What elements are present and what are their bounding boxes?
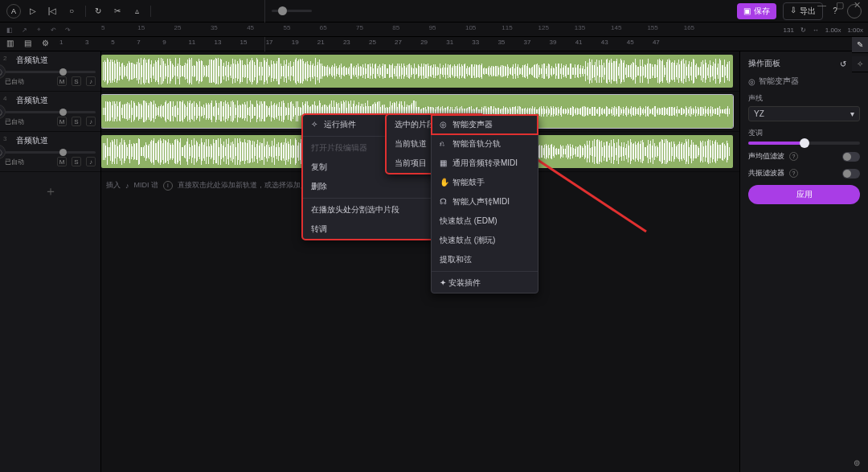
ctx-item-label: 提取和弦 [440,254,472,265]
eq-toggle[interactable] [842,152,860,162]
ruler-tool-a-icon[interactable]: ◧ [5,25,14,35]
track-header-column: ◯ 2 音频轨道 已自动 M S ♪ ◯ 4 音频轨道 已自动 M S ♪ ◯ … [0,51,101,472]
bar-tick-label: 13 [215,39,222,46]
ctx-plugin-extract-chords[interactable]: 提取和弦 [432,250,538,269]
track-solo-button[interactable]: S [72,157,81,166]
timeline-area[interactable]: 插入 ♪ MIDI 谱 i 直接双击此处添加新轨道，或选择添加人声新轨道， 添加… [101,51,739,472]
zoom-level[interactable]: 1.00x [825,27,841,34]
ctx-item-label: 运行插件 [324,120,356,129]
hint-midi-label: MIDI 谱 [134,180,159,191]
metronome-icon[interactable]: ▵ [131,6,142,17]
scale-level[interactable]: 1:00x [847,27,863,34]
track-headphone-icon[interactable]: ♪ [86,117,96,126]
ctx-plugin-quick-drums-edm[interactable]: 快速鼓点 (EDM) [432,211,538,231]
track-volume-slider[interactable] [5,151,96,154]
bar-tick-label: 21 [317,39,325,46]
window-close-icon[interactable]: ✕ [850,0,865,10]
ctx-plugin-vocal-to-midi[interactable]: ☊智能人声转MIDI [432,192,538,211]
ruler-loop-icon[interactable]: ↻ [800,27,806,34]
add-track-button[interactable]: ＋ [0,172,100,472]
loop-icon[interactable]: ↻ [92,6,104,17]
track-volume-slider[interactable] [5,71,96,73]
track-number: 2 [3,55,6,62]
ctx-plugin-audio-to-midi[interactable]: ▦通用音频转录MIDI [432,154,538,173]
track-auto-label: 已自动 [5,77,24,86]
side-tab-fx-icon[interactable]: ✧ [852,56,868,72]
sec-tick-label: 105 [465,24,476,31]
pitch-slider[interactable] [748,142,860,145]
bar-ruler[interactable]: ▥ ▤ ⚙ 1357911131517192123252729313335373… [0,37,868,51]
track-mute-button[interactable]: M [57,76,67,86]
app-logo-icon[interactable]: A [6,4,21,18]
track-name[interactable]: 音频轨道 [16,55,96,66]
ctx-plugin-voice-changer[interactable]: ◎智能变声器 [432,115,538,134]
ruler-undo-icon[interactable]: ↶ [48,25,58,35]
track-header[interactable]: ◯ 2 音频轨道 已自动 M S ♪ [0,51,100,92]
info-icon[interactable]: i [163,181,173,191]
panel-title: 操作面板 [748,58,780,69]
inspector-panel: 操作面板 ↺ ▷ ◎ 智能变声器 声线 YZ ▾ 变调 声均值滤波 ? [739,51,868,472]
sec-tick-label: 65 [320,24,327,31]
ruler-expand-icon[interactable]: ↔ [813,27,819,34]
window-min-icon[interactable]: — [813,0,830,10]
bar-tick-label: 45 [627,39,634,46]
track-header[interactable]: ◯ 3 音频轨道 已自动 M S ♪ [0,132,100,172]
ctx-item-label: 当前轨道 [395,138,427,150]
track-mute-button[interactable]: M [57,157,67,166]
sec-tick-label: 5 [101,24,104,31]
ctx-item-label: 删除 [311,181,327,192]
sec-tick-label: 115 [502,24,512,31]
track-volume-slider[interactable] [5,111,96,113]
bar-tick-label: 25 [369,39,376,46]
ctx-item-label: ✦ 安装插件 [440,277,481,289]
eq-toggle-label: 声均值滤波 [748,151,784,162]
cut-icon[interactable]: ✂ [112,6,123,17]
track-mute-button[interactable]: M [57,117,67,126]
sec-tick-label: 35 [211,24,218,31]
subbar-view-a-icon[interactable]: ▥ [6,39,18,50]
ctx-item-label: 智能人声转MIDI [452,197,510,206]
record-icon[interactable]: ○ [66,6,77,17]
track-solo-button[interactable]: S [72,117,81,126]
ctx-plugin-stem-split[interactable]: ⎌智能音轨分轨 [432,134,538,154]
export-icon: ⇩ [790,6,796,17]
ruler-redo-icon[interactable]: ↷ [63,25,72,35]
track-name[interactable]: 音频轨道 [16,135,96,146]
panel-settings-icon[interactable]: ⊚ [854,458,860,467]
track-solo-button[interactable]: S [72,76,81,86]
window-max-icon[interactable]: ▢ [832,0,848,10]
subbar-gear-icon[interactable]: ⚙ [42,39,53,50]
voice-select[interactable]: YZ ▾ [748,106,860,121]
save-button-label: 保存 [754,6,770,17]
ctx-item-label: 智能音轨分轨 [452,139,501,148]
side-tab-edit-icon[interactable]: ✎ [852,37,868,53]
bar-tick-label: 19 [292,39,299,46]
panel-reset-icon[interactable]: ↺ [840,60,846,68]
formant-toggle[interactable] [842,169,860,179]
ctx-plugin-quick-drums-pop[interactable]: 快速鼓点 (潮玩) [432,231,538,250]
track-headphone-icon[interactable]: ♪ [86,157,96,166]
track-headphone-icon[interactable]: ♪ [86,76,96,86]
help-icon[interactable]: ? [789,152,798,161]
master-volume-slider[interactable] [272,10,312,12]
sec-tick-label: 15 [137,24,145,31]
subbar-view-b-icon[interactable]: ▤ [24,39,35,50]
time-ruler-seconds[interactable]: ◧ ↗ ⌖ ↶ ↷ 131 ↻ ↔ 1.00x 1:00x 5152535455… [0,23,868,37]
ctx-plugin-drummer[interactable]: ✋智能鼓手 [432,173,538,192]
target-icon: ◎ [440,120,449,129]
apply-button[interactable]: 应用 [748,185,860,204]
help-icon[interactable]: ? [789,169,798,178]
play-icon[interactable]: ▷ [27,6,39,17]
save-button[interactable]: ▣ 保存 [737,3,776,19]
ruler-tool-b-icon[interactable]: ↗ [19,25,29,35]
ctx-item-label: 当前项目 [395,158,427,169]
track-name[interactable]: 音频轨道 [16,95,96,106]
skip-start-icon[interactable]: |◁ [47,6,58,17]
audio-clip[interactable] [101,55,733,88]
ctx-install-plugin[interactable]: ✦ 安装插件 [432,273,538,293]
bar-tick-label: 27 [395,39,402,46]
bar-tick-label: 41 [575,39,583,46]
track-header[interactable]: ◯ 4 音频轨道 已自动 M S ♪ [0,92,100,132]
save-icon: ▣ [743,6,751,15]
ruler-tool-c-icon[interactable]: ⌖ [34,25,43,35]
